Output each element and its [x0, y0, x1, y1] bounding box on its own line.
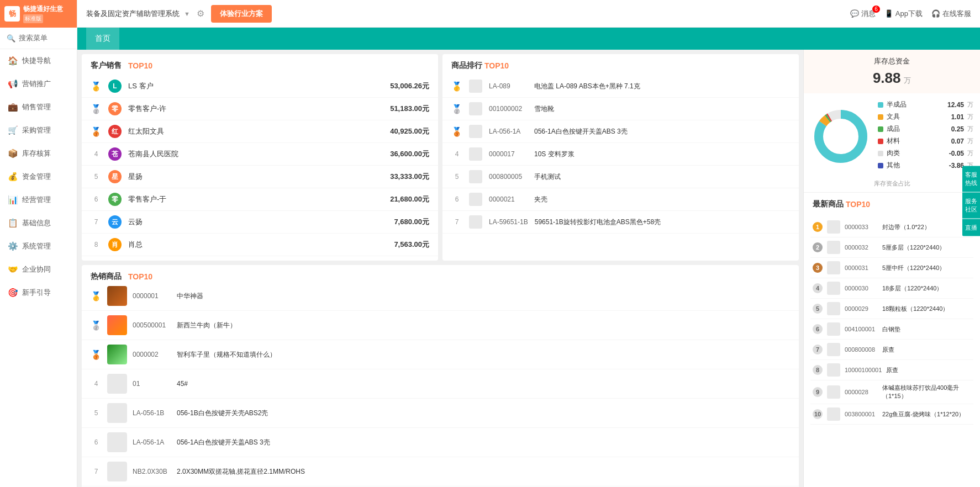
app-download-btn[interactable]: 📱 App下载: [884, 9, 923, 19]
rank-num-7: 7: [91, 218, 102, 226]
new-product-name-4: 18多层（1220*2440）: [882, 284, 971, 293]
list-item: 10 003800001 22g鱼豆腐-烧烤味（1*12*20）: [810, 404, 973, 425]
basic-info-icon: 📋: [8, 218, 18, 228]
service-community-btn[interactable]: 服务社区: [962, 192, 980, 218]
new-product-code-10: 003800001: [845, 411, 878, 417]
sidebar-item-purchase[interactable]: 🛒 采购管理: [0, 119, 77, 142]
new-product-img-1: [827, 220, 840, 234]
sidebar-item-shortcuts[interactable]: 🏠 快捷导航: [0, 49, 77, 72]
table-row: 🥉 红 红太阳文具 40,925.00元: [82, 120, 438, 143]
search-menu-item[interactable]: 🔍 搜索菜单: [0, 28, 77, 49]
system-title-text: 装备及固定资产辅助管理系统: [86, 9, 180, 19]
logo-icon: 畅: [4, 6, 20, 22]
legend-label-finished: 成品: [887, 124, 948, 134]
tab-home[interactable]: 首页: [86, 28, 119, 50]
sidebar-item-enterprise[interactable]: 🤝 企业协同: [0, 258, 77, 281]
sidebar-item-marketing[interactable]: 📢 营销推广: [0, 72, 77, 96]
trophy-bronze-icon: 🥉: [91, 350, 102, 360]
sidebar-item-finance[interactable]: 💰 资金管理: [0, 165, 77, 188]
system-title-area: 装备及固定资产辅助管理系统 ▼: [86, 9, 190, 19]
sidebar-item-management[interactable]: 📊 经营管理: [0, 188, 77, 211]
hot-product-code-3: 0000002: [133, 351, 171, 358]
new-product-code-7: 000800008: [845, 346, 878, 353]
customer-name-3: 红太阳文具: [128, 126, 383, 136]
list-item: 3 0000031 5厘中纤（1220*2440）: [810, 258, 973, 278]
inventory-amount-value: 9.88: [873, 70, 901, 86]
legend-dot-meat: [878, 151, 883, 156]
sidebar-item-basic-info[interactable]: 📋 基础信息: [0, 211, 77, 235]
inventory-chart-label: 库存资金占比: [804, 179, 980, 193]
nav-tabs: 首页: [77, 28, 980, 50]
new-product-code-1: 0000033: [845, 224, 878, 230]
list-item: 5 0000029 18颗粒板（1220*2440）: [810, 299, 973, 319]
sidebar-item-newbie[interactable]: 🎯 新手引导: [0, 281, 77, 304]
customer-amount-5: 33,333.00元: [390, 172, 429, 182]
marketing-icon: 📢: [8, 79, 18, 89]
product-img-placeholder: [469, 147, 482, 161]
hot-product-name-7: 2.0X30MM双搓花轴,搓花直径2.1MM/ROHS: [177, 467, 790, 477]
messages-btn[interactable]: 💬 消息 6: [850, 9, 876, 19]
dropdown-icon[interactable]: ▼: [184, 10, 190, 17]
customer-amount-6: 21,680.00元: [390, 194, 429, 204]
trial-btn[interactable]: 体验行业方案: [211, 5, 272, 23]
rank-badge-3: 红: [108, 125, 122, 138]
sidebar-logo: 畅 畅捷通好生意 标准版: [0, 0, 77, 28]
legend-item-semifinished: 半成品 12.45 万: [878, 100, 973, 109]
live-stream-btn[interactable]: 直播: [962, 219, 980, 236]
legend-value-finished: 0.25: [951, 125, 964, 133]
pr-name-4: 10S 变料罗浆: [534, 150, 790, 159]
hot-product-name-2: 新西兰牛肉（新牛）: [177, 321, 790, 330]
management-icon: 📊: [8, 195, 18, 205]
sidebar-label-purchase: 采购管理: [22, 125, 51, 135]
rank-badge-4: 苍: [108, 147, 122, 161]
trophy-gold-icon: 🥇: [91, 291, 102, 301]
hot-product-code-6: LA-056-1A: [133, 438, 171, 446]
sidebar-item-inventory[interactable]: 📦 库存核算: [0, 142, 77, 165]
app-download-label: App下载: [895, 9, 923, 19]
list-item: 7 NB2.0X30B 2.0X30MM双搓花轴,搓花直径2.1MM/ROHS: [82, 457, 799, 486]
table-row: 🥈 001000002 雪地靴: [442, 98, 799, 120]
new-product-code-9: 0000028: [845, 389, 878, 395]
legend-value-stationery: 1.01: [951, 113, 964, 121]
new-product-img-4: [827, 282, 840, 295]
hot-product-code-4: 01: [133, 380, 171, 388]
inventory-chart: 半成品 12.45 万 文具 1.01 万 成品 0.25 万: [804, 93, 980, 179]
sidebar-item-system[interactable]: ⚙️ 系统管理: [0, 235, 77, 258]
inventory-icon: 📦: [8, 149, 18, 158]
inventory-legend: 半成品 12.45 万 文具 1.01 万 成品 0.25 万: [878, 100, 973, 173]
new-product-code-2: 0000032: [845, 244, 878, 251]
hot-product-code-1: 0000001: [133, 292, 171, 300]
search-icon: 🔍: [7, 34, 15, 43]
inventory-section: 库存总资金 9.88 万: [804, 50, 980, 93]
legend-value-other: -3.86: [949, 162, 964, 170]
customer-service-hotline-btn[interactable]: 客服热线: [962, 166, 980, 192]
table-row: 5 000800005 手机测试: [442, 166, 799, 188]
hot-product-code-7: NB2.0X30B: [133, 468, 171, 475]
content-left: 客户销售 TOP10 🥇 L LS 客户 53,006.26元: [77, 50, 803, 487]
settings-icon[interactable]: ⚙: [197, 8, 204, 19]
new-product-img-9: [827, 385, 840, 399]
new-product-name-2: 5厘多层（1220*2440）: [882, 244, 971, 252]
search-menu-label: 搜索菜单: [19, 33, 48, 43]
new-rank-4: 4: [813, 283, 823, 293]
sidebar-item-sales[interactable]: 💼 销售管理: [0, 96, 77, 119]
sidebar-label-finance: 资金管理: [22, 172, 51, 182]
new-rank-3: 3: [813, 263, 823, 273]
rank-7: 7: [91, 468, 102, 475]
sidebar-label-newbie: 新手引导: [22, 288, 51, 298]
new-product-code-6: 004100001: [845, 326, 878, 332]
sidebar: 畅 畅捷通好生意 标准版 🔍 搜索菜单 🏠 快捷导航 📢 营销推广 💼 销售管理…: [0, 0, 77, 487]
pr-code-6: 0000021: [489, 195, 528, 203]
customer-ranking-panel: 客户销售 TOP10 🥇 L LS 客户 53,006.26元: [82, 54, 438, 261]
list-item: 🥈 000500001 新西兰牛肉（新牛）: [82, 311, 799, 340]
online-service-btn[interactable]: 🎧 在线客服: [931, 9, 971, 19]
new-rank-8: 8: [813, 365, 823, 375]
sidebar-label-marketing: 营销推广: [22, 79, 51, 89]
new-rank-7: 7: [813, 345, 823, 354]
trophy-gold-icon: 🥇: [91, 81, 102, 92]
sidebar-label-enterprise: 企业协同: [22, 264, 51, 274]
trophy-silver-icon: 🥈: [451, 104, 462, 114]
pr-rank-5: 5: [451, 173, 462, 181]
pr-name-2: 雪地靴: [534, 104, 790, 114]
legend-label-meat: 肉类: [887, 149, 946, 158]
